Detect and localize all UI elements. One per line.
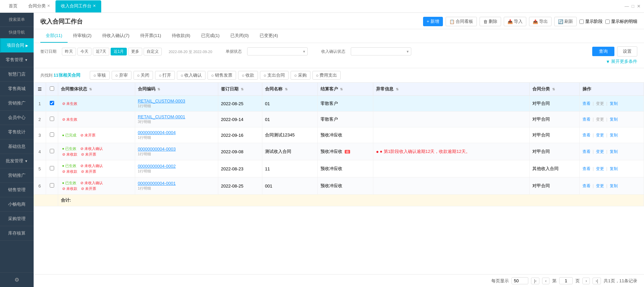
sidebar-item-project-contract[interactable]: 项目合同 ▶ [0, 38, 34, 53]
date-btn-1month[interactable]: 近1月 [111, 48, 127, 55]
row1-view-btn[interactable]: 查看 [582, 101, 591, 106]
query-button[interactable]: 查询 [592, 47, 614, 56]
row1-checkbox[interactable] [50, 101, 54, 105]
sidebar-item-marketing2[interactable]: 营销推广 [0, 168, 34, 183]
delete-button[interactable]: 🗑 删除 [480, 17, 501, 26]
sort-date-icon[interactable]: ⇅ [241, 87, 243, 91]
date-btn-yesterday[interactable]: 昨天 [62, 48, 76, 55]
close-button[interactable]: ○ 关闭 [134, 71, 153, 80]
sales-invoice-button[interactable]: ○ 销售发票 [207, 71, 236, 80]
date-btn-custom[interactable]: 自定义 [144, 48, 162, 55]
expand-more-button[interactable]: ▼ 展开更多条件 [606, 58, 637, 65]
row3-copy-btn[interactable]: 复制 [610, 133, 618, 137]
expense-out-button[interactable]: ○ 费用支出 [312, 71, 341, 80]
confirm-status-select[interactable] [351, 47, 411, 55]
show-detail-checkbox[interactable] [605, 19, 610, 24]
tab-changed[interactable]: 已变更(4) [254, 29, 283, 43]
col-config[interactable]: ☰ [34, 83, 46, 96]
row3-change-btn[interactable]: 变更 [596, 133, 604, 137]
row2-checkbox[interactable] [50, 117, 54, 121]
sidebar-item-purchase-manage[interactable]: 采购管理 [0, 212, 34, 226]
row4-change-btn[interactable]: 变更 [596, 149, 604, 154]
date-btn-today[interactable]: 今天 [77, 48, 91, 55]
sidebar-item-ecommerce[interactable]: 小畅电商 [0, 197, 34, 212]
tab-all[interactable]: 全部(11) [40, 29, 68, 43]
tab-contract-category[interactable]: 合同分类 ✕ [23, 0, 55, 12]
tab-income-contract[interactable]: 收入合同工作台 ✕ [55, 0, 101, 12]
close-window-icon[interactable]: ✕ [637, 4, 641, 9]
doc-status-select[interactable] [247, 47, 308, 55]
last-page-button[interactable]: ›| [593, 278, 601, 284]
row2-code-link[interactable]: RETAIL_CUSTOM-0001 [138, 114, 215, 119]
tab-closed[interactable]: 已关闭(0) [225, 29, 254, 43]
row3-code-link[interactable]: 00000000004-0004 [138, 130, 215, 135]
sidebar-item-base-info[interactable]: 基础信息 [0, 139, 34, 154]
sidebar-item-retail-manage[interactable]: 零售管理 ▼ [0, 53, 34, 67]
row6-code-link[interactable]: 00000000004-0001 [138, 181, 215, 186]
first-page-button[interactable]: |‹ [531, 278, 539, 284]
show-stage-checkbox-label[interactable]: 显示阶段 [579, 18, 603, 25]
purchase-button[interactable]: ○ 采购 [291, 71, 310, 80]
row5-copy-btn[interactable]: 复制 [610, 166, 618, 171]
minimize-icon[interactable]: — [624, 4, 629, 9]
sort-category-icon[interactable]: ⇅ [552, 87, 555, 91]
row2-view-btn[interactable]: 查看 [582, 117, 591, 122]
sort-status-icon[interactable]: ⇅ [89, 87, 92, 91]
sidebar-search[interactable]: 搜索菜单 [0, 13, 34, 27]
export-button[interactable]: 📤 导出 [529, 17, 552, 26]
page-number-input[interactable] [559, 277, 573, 284]
tab-home[interactable]: 首页 [3, 0, 23, 12]
sort-code-icon[interactable]: ⇅ [157, 87, 160, 91]
close-contract-category-icon[interactable]: ✕ [47, 4, 50, 8]
next-page-button[interactable]: › [582, 278, 590, 284]
sidebar-quick-nav[interactable]: 快捷导航 [0, 27, 34, 38]
import-button[interactable]: 📥 导入 [504, 17, 526, 26]
tab-pending-invoice[interactable]: 待开票(11) [135, 29, 166, 43]
row6-copy-btn[interactable]: 复制 [610, 183, 618, 188]
income-confirm-button[interactable]: ○ 收入确认 [177, 71, 205, 80]
row5-checkbox[interactable] [50, 166, 54, 170]
sidebar-item-wholesale-manage[interactable]: 批发管理 ▼ [0, 154, 34, 168]
sidebar-item-inventory[interactable]: 库存核算 [0, 226, 34, 241]
row5-view-btn[interactable]: 查看 [582, 166, 591, 171]
maximize-icon[interactable]: □ [632, 4, 634, 9]
prev-page-button[interactable]: ‹ [542, 278, 550, 284]
row5-change-btn[interactable]: 变更 [596, 166, 604, 171]
row4-copy-btn[interactable]: 复制 [610, 149, 618, 154]
row5-code-link[interactable]: 00000000004-0002 [138, 164, 215, 169]
tab-pending-income-confirm[interactable]: 待收入确认(7) [97, 29, 135, 43]
row2-change-btn[interactable]: 变更 [596, 117, 604, 122]
new-button[interactable]: + 新增 [423, 17, 443, 26]
close-income-contract-icon[interactable]: ✕ [93, 4, 96, 8]
row2-copy-btn[interactable]: 复制 [610, 117, 618, 122]
collect-payment-button[interactable]: ○ 收款 [238, 71, 258, 80]
tab-completed[interactable]: 已完成(1) [196, 29, 225, 43]
setting-button[interactable]: 设置 [617, 46, 637, 56]
outgo-contract-button[interactable]: ○ 支出合同 [260, 71, 289, 80]
select-all-checkbox[interactable] [50, 86, 54, 91]
row3-checkbox[interactable] [50, 132, 54, 137]
row6-checkbox[interactable] [50, 183, 54, 188]
row1-copy-btn[interactable]: 复制 [610, 101, 618, 106]
sidebar-item-member-center[interactable]: 会员中心 [0, 111, 34, 125]
audit-button[interactable]: ○ 审核 [90, 71, 110, 80]
sidebar-item-smart-store[interactable]: 智慧门店 [0, 67, 34, 82]
show-detail-checkbox-label[interactable]: 显示标的明细 [605, 18, 637, 25]
date-btn-7days[interactable]: 近7天 [93, 48, 109, 55]
row6-view-btn[interactable]: 查看 [582, 183, 591, 188]
row4-view-btn[interactable]: 查看 [582, 149, 591, 154]
sidebar-item-retail-mall[interactable]: 零售商城 [0, 82, 34, 96]
date-btn-more[interactable]: 更多 [128, 48, 142, 55]
sort-name-icon[interactable]: ⇅ [285, 87, 288, 91]
sidebar-item-marketing1[interactable]: 营销推广 [0, 96, 34, 111]
contract-board-button[interactable]: 📋 合同看板 [446, 17, 477, 26]
abandon-audit-button[interactable]: ○ 弃审 [112, 71, 131, 80]
row6-change-btn[interactable]: 变更 [596, 183, 604, 188]
sidebar-settings[interactable]: ⚙ [0, 272, 34, 287]
row1-code-link[interactable]: RETAIL_CUSTOM-0003 [138, 98, 215, 104]
tab-pending-payment[interactable]: 待收款(8) [166, 29, 196, 43]
row4-code-link[interactable]: 00000000004-0003 [138, 147, 215, 152]
tab-pending-review[interactable]: 待审核(2) [68, 29, 97, 43]
open-button[interactable]: ○ 打开 [155, 71, 175, 80]
show-stage-checkbox[interactable] [579, 19, 584, 24]
